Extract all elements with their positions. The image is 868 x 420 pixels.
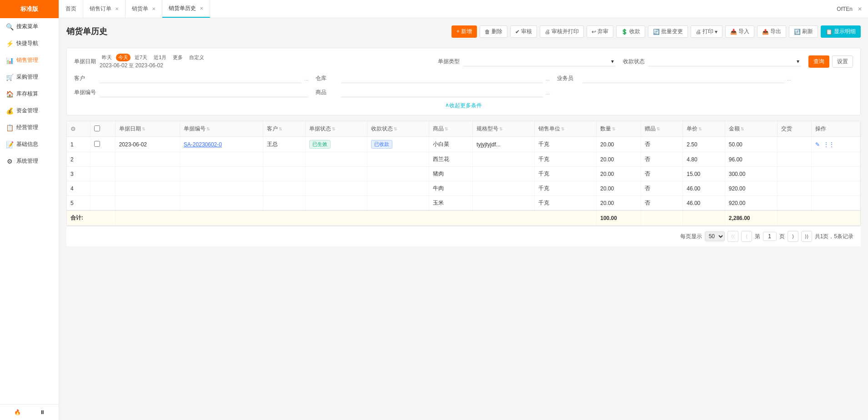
col-unit[interactable]: 销售单位⇅ — [535, 121, 597, 137]
col-goods[interactable]: 商品⇅ — [429, 121, 472, 137]
sidebar-item-sys-mgmt[interactable]: ⚙ 系统管理 — [0, 153, 59, 170]
row-amount: 96.00 — [725, 152, 778, 167]
col-gift[interactable]: 赠品⇅ — [641, 121, 683, 137]
sidebar-item-inventory[interactable]: 🏠 库存核算 — [0, 85, 59, 102]
tab-sales-order[interactable]: 销售订单 ✕ — [83, 0, 125, 18]
salesperson-input[interactable] — [582, 74, 784, 83]
tab-sales-order-close[interactable]: ✕ — [115, 6, 119, 11]
col-settings[interactable]: ⚙ — [67, 121, 90, 137]
sidebar-item-finance-mgmt[interactable]: 💰 资金管理 — [0, 102, 59, 119]
tab-sales-history-close[interactable]: ✕ — [200, 6, 203, 11]
row-checkbox[interactable] — [90, 196, 115, 211]
goods-ellipsis[interactable]: ... — [546, 90, 550, 95]
payment-status-select[interactable]: ▾ — [648, 57, 801, 66]
query-button[interactable]: 查询 — [808, 55, 829, 68]
edit-action-icon[interactable]: ✎ — [815, 141, 820, 148]
collapse-toggle[interactable]: ∧ 收起更多条件 — [74, 102, 853, 110]
more-action-icon[interactable]: ⋮⋮ — [823, 141, 834, 148]
page-title: 销货单历史 — [66, 26, 107, 37]
row-checkbox[interactable] — [90, 137, 115, 152]
next-page-button[interactable]: ⟩ — [788, 231, 798, 242]
sidebar-item-sales-mgmt[interactable]: 📊 销售管理 — [0, 52, 59, 69]
refresh-button[interactable]: 🔃 刷新 — [789, 25, 818, 38]
abandon-button[interactable]: ↩ 弃审 — [587, 25, 613, 38]
customer-input[interactable] — [100, 74, 301, 83]
row-checkbox[interactable] — [90, 181, 115, 196]
col-payment-status[interactable]: 收款状态⇅ — [367, 121, 429, 137]
batch-change-button[interactable]: 🔄 批量变更 — [648, 25, 688, 38]
doc-type-select[interactable]: ▾ — [463, 57, 616, 66]
tab-sales-delivery[interactable]: 销货单 ✕ — [125, 0, 162, 18]
audit-button[interactable]: ✔ 审核 — [510, 25, 537, 38]
new-button[interactable]: + 新增 — [452, 25, 477, 38]
show-detail-button[interactable]: 📋 显示明细 — [821, 25, 861, 38]
sidebar-item-quick-nav[interactable]: ⚡ 快捷导航 — [0, 35, 59, 52]
tab-sales-history[interactable]: 销货单历史 ✕ — [162, 0, 210, 18]
row-doc-status — [305, 181, 367, 196]
sidebar-item-ops-mgmt[interactable]: 📋 经营管理 — [0, 119, 59, 136]
table-settings-icon[interactable]: ⚙ — [70, 125, 76, 132]
doc-number-input[interactable] — [100, 88, 308, 97]
print-button[interactable]: 🖨 打印 ▾ — [691, 25, 722, 38]
row-doc-date — [115, 181, 180, 196]
warehouse-ellipsis[interactable]: ... — [546, 76, 550, 81]
sidebar-bottom-icon1[interactable]: 🔥 — [14, 409, 21, 415]
col-qty[interactable]: 数量⇅ — [597, 121, 641, 137]
collect-button[interactable]: 💲 收款 — [616, 25, 645, 38]
row-amount: 300.00 — [725, 167, 778, 181]
select-all-checkbox[interactable] — [94, 125, 100, 131]
customer-ellipsis[interactable]: ... — [304, 76, 308, 81]
date-tag-1month[interactable]: 近1月 — [151, 54, 169, 61]
sidebar-item-basic-info[interactable]: 📝 基础信息 — [0, 136, 59, 153]
settings-button[interactable]: 设置 — [832, 55, 853, 68]
sidebar-item-purchase-mgmt[interactable]: 🛒 采购管理 — [0, 69, 59, 85]
doc-no-link[interactable]: SA-20230602-0 — [184, 141, 222, 148]
row-checkbox[interactable] — [90, 167, 115, 181]
export-button[interactable]: 📤 导出 — [757, 25, 786, 38]
goods-input[interactable] — [341, 88, 543, 97]
date-tag-7days[interactable]: 近7天 — [132, 54, 150, 61]
row-gift: 否 — [641, 152, 683, 167]
col-checkbox[interactable] — [90, 121, 115, 137]
row-checkbox[interactable] — [90, 152, 115, 167]
window-close-button[interactable]: ✕ — [856, 5, 863, 13]
salesperson-ellipsis[interactable]: ... — [787, 76, 791, 81]
row-delivery — [778, 152, 811, 167]
col-doc-no[interactable]: 单据编号⇅ — [180, 121, 263, 137]
spec-sort-icon: ⇅ — [499, 127, 503, 131]
table-row: 5 玉米 千克 20.00 否 46.00 920.00 — [67, 196, 860, 211]
prev-page-button[interactable]: ⟨ — [741, 231, 752, 242]
delete-button[interactable]: 🗑 删除 — [480, 25, 507, 38]
goods-filter-item: 商品 ... — [316, 88, 550, 97]
warehouse-input[interactable] — [341, 74, 543, 83]
date-tag-more[interactable]: 更多 — [171, 54, 185, 61]
row-spec — [473, 152, 535, 167]
first-page-button[interactable]: ⟨⟨ — [728, 231, 738, 242]
audit-label: 审核 — [521, 28, 532, 35]
show-detail-icon: 📋 — [826, 29, 833, 35]
page-number-input[interactable] — [763, 232, 777, 241]
audit-print-label: 审核并打印 — [552, 28, 579, 35]
col-amount[interactable]: 金额⇅ — [725, 121, 778, 137]
tab-sales-delivery-close[interactable]: ✕ — [152, 6, 156, 11]
row-goods: 小白菜 — [429, 137, 472, 152]
refresh-label: 刷新 — [802, 28, 813, 35]
date-tag-today[interactable]: 今天 — [116, 54, 130, 61]
sidebar-bottom-icon2[interactable]: ⏸ — [40, 409, 45, 415]
audit-print-button[interactable]: 🖨 审核并打印 — [540, 25, 584, 38]
tab-home[interactable]: 首页 — [59, 0, 83, 18]
col-spec[interactable]: 规格型号⇅ — [473, 121, 535, 137]
col-price[interactable]: 单价⇅ — [683, 121, 725, 137]
sidebar-item-label: 库存核算 — [16, 90, 38, 98]
col-customer[interactable]: 客户⇅ — [263, 121, 306, 137]
import-button[interactable]: 📥 导入 — [725, 25, 754, 38]
row-goods: 猪肉 — [429, 167, 472, 181]
sidebar-item-search-menu[interactable]: 🔍 搜索菜单 — [0, 18, 59, 35]
date-tag-yesterday[interactable]: 昨天 — [100, 54, 114, 61]
col-doc-date[interactable]: 单据日期⇅ — [115, 121, 180, 137]
date-tag-custom[interactable]: 自定义 — [187, 54, 206, 61]
page-size-select[interactable]: 50 — [705, 231, 725, 241]
row-doc-date — [115, 167, 180, 181]
last-page-button[interactable]: ⟩⟩ — [801, 231, 812, 242]
col-doc-status[interactable]: 单据状态⇅ — [305, 121, 367, 137]
